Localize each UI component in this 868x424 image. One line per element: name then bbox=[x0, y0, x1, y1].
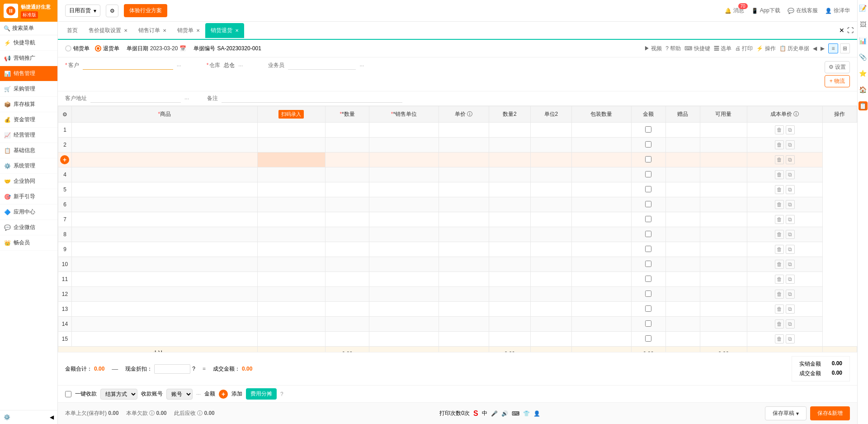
td-qty[interactable] bbox=[257, 242, 325, 257]
td-unit2[interactable] bbox=[489, 332, 531, 347]
product-cell[interactable] bbox=[72, 227, 258, 242]
td-qty2[interactable] bbox=[439, 227, 489, 242]
td-unit-price[interactable] bbox=[369, 317, 439, 332]
gift-checkbox[interactable] bbox=[645, 305, 651, 312]
product-cell[interactable] bbox=[72, 182, 258, 197]
tab-close-sales-order[interactable]: ✕ bbox=[163, 28, 166, 33]
fee-split-help-icon[interactable]: ? bbox=[280, 391, 283, 397]
sidebar-item-marketing[interactable]: 📢 营销推广 bbox=[0, 51, 57, 66]
td-sales-unit[interactable] bbox=[325, 138, 369, 152]
copy-row-btn[interactable]: ⧉ bbox=[786, 334, 795, 343]
td-qty[interactable] bbox=[257, 152, 325, 167]
product-cell[interactable] bbox=[72, 123, 258, 138]
td-amount[interactable] bbox=[572, 197, 632, 212]
td-pack-qty[interactable] bbox=[530, 197, 572, 212]
discount-help-icon[interactable]: ? bbox=[192, 366, 195, 372]
online-service-link[interactable]: 💬 在线客服 bbox=[788, 7, 818, 14]
experience-button[interactable]: 体验行业方案 bbox=[124, 4, 167, 17]
td-unit2[interactable] bbox=[489, 317, 531, 332]
sidebar-item-finance[interactable]: 💰 资金管理 bbox=[0, 112, 57, 128]
product-cell[interactable] bbox=[72, 257, 258, 272]
scan-btn[interactable]: 扫码录入 bbox=[278, 110, 304, 119]
add-payment-btn[interactable]: + bbox=[219, 390, 228, 399]
sidebar-settings-icon[interactable]: ⚙️ bbox=[4, 414, 10, 420]
available-cell[interactable] bbox=[665, 317, 700, 332]
td-unit2[interactable] bbox=[489, 242, 531, 257]
user-profile[interactable]: 👤 徐泽华 bbox=[825, 7, 850, 14]
available-cell[interactable] bbox=[665, 152, 700, 167]
sidebar-item-wechat[interactable]: 💬 企业微信 bbox=[0, 220, 57, 235]
tab-sales-order[interactable]: 销售订单 ✕ bbox=[133, 23, 172, 38]
copy-row-btn[interactable]: ⧉ bbox=[786, 185, 795, 194]
td-amount[interactable] bbox=[572, 257, 632, 272]
product-cell[interactable] bbox=[72, 302, 258, 317]
delete-row-btn[interactable]: 🗑 bbox=[775, 140, 784, 149]
td-unit2[interactable] bbox=[489, 152, 531, 167]
td-unit-price[interactable] bbox=[369, 212, 439, 227]
td-pack-qty[interactable] bbox=[530, 242, 572, 257]
td-unit-price[interactable] bbox=[369, 182, 439, 197]
gift-checkbox[interactable] bbox=[645, 261, 651, 267]
sidebar-item-apps[interactable]: 🔷 应用中心 bbox=[0, 205, 57, 220]
available-cell[interactable] bbox=[665, 212, 700, 227]
td-amount[interactable] bbox=[572, 272, 632, 287]
product-cell[interactable] bbox=[72, 152, 258, 167]
td-qty2[interactable] bbox=[439, 332, 489, 347]
product-cell[interactable] bbox=[72, 197, 258, 212]
tab-home[interactable]: 首页 bbox=[61, 23, 83, 38]
product-cell[interactable] bbox=[72, 332, 258, 347]
delete-row-btn[interactable]: 🗑 bbox=[775, 185, 784, 194]
list-view-btn[interactable]: ≡ bbox=[828, 43, 838, 53]
td-qty[interactable] bbox=[257, 287, 325, 302]
copy-row-btn[interactable]: ⧉ bbox=[786, 260, 795, 269]
gift-checkbox[interactable] bbox=[645, 320, 651, 327]
td-sales-unit[interactable] bbox=[325, 302, 369, 317]
td-sales-unit[interactable] bbox=[325, 257, 369, 272]
close-tab-icon[interactable]: ✕ bbox=[839, 27, 844, 34]
cost-price-cell[interactable] bbox=[700, 212, 747, 227]
tab-close-sales-return[interactable]: ✕ bbox=[235, 28, 239, 33]
gift-checkbox[interactable] bbox=[645, 156, 651, 162]
td-pack-qty[interactable] bbox=[530, 182, 572, 197]
copy-row-btn[interactable]: ⧉ bbox=[786, 319, 795, 329]
td-pack-qty[interactable] bbox=[530, 272, 572, 287]
td-amount[interactable] bbox=[572, 317, 632, 332]
delete-row-btn[interactable]: 🗑 bbox=[775, 200, 784, 209]
td-unit2[interactable] bbox=[489, 167, 531, 182]
cost-price-cell[interactable] bbox=[700, 138, 747, 152]
td-sales-unit[interactable] bbox=[325, 317, 369, 332]
td-unit-price[interactable] bbox=[369, 138, 439, 152]
product-cell[interactable] bbox=[72, 138, 258, 152]
gift-checkbox[interactable] bbox=[645, 126, 651, 133]
settings-side-btn[interactable]: ⚙ 设置 bbox=[825, 61, 850, 73]
td-unit-price[interactable] bbox=[369, 152, 439, 167]
gift-checkbox[interactable] bbox=[645, 291, 651, 297]
topbar-settings-button[interactable]: ⚙ bbox=[106, 5, 118, 17]
th-settings[interactable]: ⚙ bbox=[58, 106, 72, 123]
product-cell[interactable] bbox=[72, 242, 258, 257]
right-panel-note-icon[interactable]: 📝 bbox=[859, 4, 868, 13]
sidebar-item-shortcut[interactable]: ⚡ 快捷导航 bbox=[0, 35, 57, 51]
td-pack-qty[interactable] bbox=[530, 287, 572, 302]
td-unit2[interactable] bbox=[489, 287, 531, 302]
td-qty[interactable] bbox=[257, 123, 325, 138]
td-unit-price[interactable] bbox=[369, 332, 439, 347]
notification-bell[interactable]: 🔔 消息 70 bbox=[725, 7, 744, 14]
tab-close-sales-bill[interactable]: ✕ bbox=[196, 28, 200, 33]
td-unit-price[interactable] bbox=[369, 167, 439, 182]
radio-return-bill[interactable]: 退货单 bbox=[95, 45, 119, 52]
td-qty2[interactable] bbox=[439, 317, 489, 332]
td-qty2[interactable] bbox=[439, 212, 489, 227]
cost-price-cell[interactable] bbox=[700, 317, 747, 332]
discount-input[interactable] bbox=[154, 364, 190, 374]
td-qty2[interactable] bbox=[439, 123, 489, 138]
delete-row-btn[interactable]: 🗑 bbox=[775, 319, 784, 329]
help-btn[interactable]: ? 帮助 bbox=[665, 45, 681, 52]
sidebar-item-guide[interactable]: 🎯 新手引导 bbox=[0, 189, 57, 205]
product-input[interactable] bbox=[74, 157, 255, 163]
calendar-icon[interactable]: 📅 bbox=[179, 45, 186, 52]
td-amount[interactable] bbox=[572, 152, 632, 167]
product-cell[interactable] bbox=[72, 272, 258, 287]
td-unit2[interactable] bbox=[489, 212, 531, 227]
product-cell[interactable] bbox=[72, 167, 258, 182]
